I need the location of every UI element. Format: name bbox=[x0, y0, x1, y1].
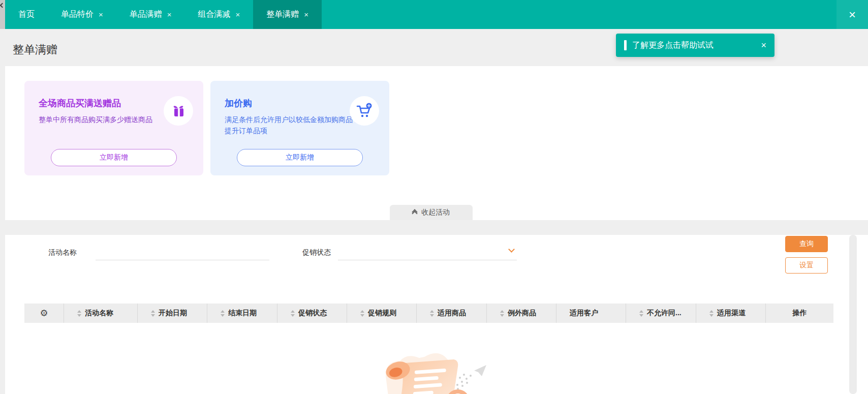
empty-state-illustration bbox=[358, 344, 490, 394]
add-now-button[interactable]: 立即新增 bbox=[237, 149, 363, 166]
column-header-excluded-goods[interactable]: 例外商品 bbox=[487, 304, 556, 323]
sort-icons bbox=[151, 310, 155, 317]
query-button[interactable]: 查询 bbox=[785, 236, 828, 252]
promo-status-label: 促销状态 bbox=[302, 248, 331, 257]
banner-accent-bar bbox=[624, 40, 627, 50]
tab-close-icon[interactable]: × bbox=[167, 11, 172, 18]
column-settings-gear[interactable]: ⚙ bbox=[24, 304, 64, 323]
tab-close-icon[interactable]: × bbox=[99, 11, 103, 18]
page-title: 整单满赠 bbox=[13, 42, 57, 57]
promo-card-title: 全场商品买满送赠品 bbox=[39, 97, 121, 109]
column-header-actions[interactable]: 操作 bbox=[766, 304, 833, 323]
chevron-down-icon bbox=[508, 246, 515, 253]
column-header-promo-status[interactable]: 促销状态 bbox=[277, 304, 347, 323]
column-header-not-allowed-with[interactable]: 不允许同... bbox=[626, 304, 696, 323]
collapse-label: 收起活动 bbox=[421, 208, 450, 217]
vertical-scrollbar[interactable] bbox=[849, 235, 857, 394]
promo-card-full-order-gift: 全场商品买满送赠品 整单中所有商品购买满多少赠送商品 立即新增 bbox=[24, 81, 203, 175]
sort-icons bbox=[77, 310, 81, 317]
tab-label: 首页 bbox=[18, 9, 35, 20]
page-header: 整单满赠 视频 ? 帮助 了解更多点击帮助试试 × bbox=[0, 29, 868, 66]
gear-icon[interactable]: ⚙ bbox=[40, 308, 48, 319]
sort-icons bbox=[221, 310, 225, 317]
app-window: 首页 单品特价 × 单品满赠 × 组合满减 × 整单满赠 × × 整单满赠 视频… bbox=[0, 0, 868, 394]
close-window-icon[interactable]: × bbox=[836, 0, 868, 29]
activity-name-input[interactable] bbox=[96, 243, 269, 260]
table-header-row: ⚙ 活动名称 开始日期 结束日期 促销状态 促销规则 bbox=[24, 304, 833, 323]
tab-single-item-special-price[interactable]: 单品特价 × bbox=[48, 0, 116, 29]
help-tooltip-banner: 了解更多点击帮助试试 × bbox=[616, 34, 774, 57]
cart-plus-icon bbox=[350, 96, 379, 126]
promo-status-select[interactable] bbox=[338, 243, 517, 260]
add-now-button[interactable]: 立即新增 bbox=[51, 149, 177, 166]
column-header-activity-name[interactable]: 活动名称 bbox=[64, 304, 138, 323]
sort-icons bbox=[291, 310, 295, 317]
tab-bar: 首页 单品特价 × 单品满赠 × 组合满减 × 整单满赠 × × bbox=[5, 0, 868, 29]
tab-single-item-gift[interactable]: 单品满赠 × bbox=[116, 0, 185, 29]
column-header-applicable-customers[interactable]: 适用客户 bbox=[556, 304, 626, 323]
tab-label: 单品满赠 bbox=[130, 9, 162, 20]
promo-card-add-on-purchase: 加价购 满足条件后允许用户以较低金额加购商品，提升订单品项 立即新增 bbox=[210, 81, 389, 175]
sort-icons bbox=[709, 310, 714, 317]
activity-name-label: 活动名称 bbox=[48, 248, 77, 257]
promo-card-description: 整单中所有商品购买满多少赠送商品 bbox=[39, 114, 177, 126]
sort-icons bbox=[500, 310, 504, 317]
tab-home[interactable]: 首页 bbox=[5, 0, 48, 29]
activity-list-section: 活动名称 促销状态 查询 设置 ⚙ 活动名称 开始日期 结束日期 bbox=[5, 235, 868, 394]
settings-button[interactable]: 设置 bbox=[785, 257, 828, 274]
gift-icon bbox=[164, 96, 193, 126]
sort-icons bbox=[430, 310, 434, 317]
tab-label: 单品特价 bbox=[61, 9, 94, 20]
tab-close-icon[interactable]: × bbox=[304, 11, 308, 18]
collapse-activities-button[interactable]: 收起活动 bbox=[390, 205, 473, 220]
tab-label: 整单满赠 bbox=[266, 9, 299, 20]
sort-icons bbox=[360, 310, 364, 317]
column-header-start-date[interactable]: 开始日期 bbox=[138, 304, 207, 323]
tab-label: 组合满减 bbox=[198, 9, 231, 20]
sort-icons bbox=[639, 310, 643, 317]
tab-whole-order-gift[interactable]: 整单满赠 × bbox=[253, 0, 322, 29]
banner-close-icon[interactable]: × bbox=[756, 40, 766, 51]
tab-close-icon[interactable]: × bbox=[236, 11, 240, 18]
sidebar-collapse-arrow-icon[interactable] bbox=[0, 3, 5, 8]
column-header-applicable-goods[interactable]: 适用商品 bbox=[417, 304, 487, 323]
column-header-applicable-channels[interactable]: 适用渠道 bbox=[696, 304, 766, 323]
promo-card-title: 加价购 bbox=[225, 97, 252, 109]
column-header-promo-rule[interactable]: 促销规则 bbox=[347, 304, 417, 323]
promo-section: 全场商品买满送赠品 整单中所有商品购买满多少赠送商品 立即新增 加价购 满足条件… bbox=[5, 66, 868, 220]
banner-text: 了解更多点击帮助试试 bbox=[632, 40, 756, 51]
tabbar-spacer bbox=[322, 0, 836, 29]
promo-card-description: 满足条件后允许用户以较低金额加购商品，提升订单品项 bbox=[225, 114, 363, 136]
double-chevron-up-icon bbox=[413, 210, 417, 216]
column-header-end-date[interactable]: 结束日期 bbox=[207, 304, 277, 323]
tab-combo-discount[interactable]: 组合满减 × bbox=[185, 0, 254, 29]
